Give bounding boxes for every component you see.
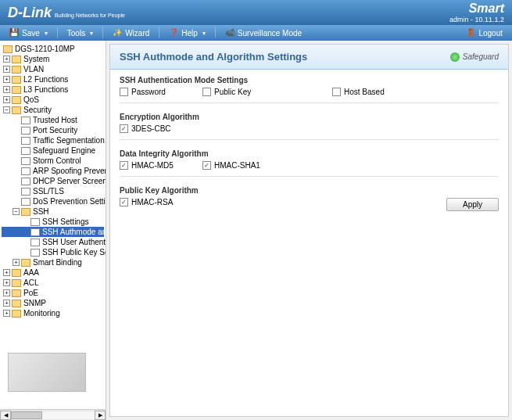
hmac-md5-checkbox[interactable] <box>120 161 128 170</box>
expand-icon[interactable]: + <box>13 259 20 266</box>
tree-aaa[interactable]: +AAA <box>2 267 104 278</box>
des-cbc-checkbox[interactable] <box>120 124 128 133</box>
tools-menu[interactable]: Tools ▾ <box>64 27 96 39</box>
host-based-checkbox[interactable] <box>332 88 341 96</box>
expand-icon[interactable]: + <box>3 289 10 296</box>
chevron-down-icon: ▾ <box>202 30 206 37</box>
scroll-right-button[interactable]: ▶ <box>95 411 106 420</box>
tree-trusted-host[interactable]: Trusted Host <box>2 115 104 125</box>
sidebar: DGS-1210-10MP +System +VLAN +L2 Function… <box>0 41 106 420</box>
safeguard-icon <box>450 52 460 62</box>
tree-safeguard-engine[interactable]: Safeguard Engine <box>2 145 104 156</box>
expand-icon[interactable]: + <box>3 96 10 103</box>
password-checkbox[interactable] <box>120 88 128 96</box>
separator <box>57 27 58 38</box>
hmac-sha1-checkbox-item: HMAC-SHA1 <box>202 161 281 170</box>
folder-icon <box>12 300 21 307</box>
tree-ssh-public-key[interactable]: SSH Public Key Settings <box>2 247 104 257</box>
folder-icon <box>21 259 30 267</box>
safeguard-badge: Safeguard <box>450 52 499 62</box>
surveillance-button[interactable]: 📹 Surveillance Mode <box>222 27 305 39</box>
tree-system[interactable]: +System <box>2 54 104 64</box>
integrity-section: Data Integrity Algorithm HMAC-MD5 HMAC-S… <box>120 149 499 177</box>
logo-text: D-Link <box>8 5 52 21</box>
doc-icon <box>30 239 40 246</box>
tree-port-security[interactable]: Port Security <box>2 125 104 135</box>
folder-icon <box>12 86 21 94</box>
tree-snmp[interactable]: +SNMP <box>2 298 104 308</box>
doc-icon <box>21 178 30 185</box>
hmac-md5-checkbox-item: HMAC-MD5 <box>120 161 198 170</box>
hmac-sha1-checkbox[interactable] <box>202 161 211 170</box>
doc-icon <box>30 218 40 226</box>
expand-icon[interactable]: + <box>3 300 10 307</box>
public-key-checkbox-item: Public Key <box>202 88 328 96</box>
public-key-label: Public Key <box>214 88 251 96</box>
apply-button[interactable]: Apply <box>446 198 499 211</box>
save-menu[interactable]: 💾 Save ▾ <box>6 27 51 39</box>
expand-icon[interactable]: + <box>3 56 10 63</box>
doc-icon <box>21 198 30 206</box>
toolbar: 💾 Save ▾ Tools ▾ ✨ Wizard ❓ Help ▾ 📹 Sur… <box>0 25 512 41</box>
tree-dhcp-screen[interactable]: DHCP Server Screening <box>2 176 104 186</box>
des-cbc-label: 3DES-CBC <box>131 124 171 133</box>
tree-poe[interactable]: +PoE <box>2 288 104 298</box>
chevron-down-icon: ▾ <box>45 30 48 37</box>
folder-icon <box>12 289 21 297</box>
collapse-icon[interactable]: − <box>13 208 20 215</box>
doc-icon <box>21 127 30 135</box>
tree-ssh-authmode[interactable]: SSH Authmode and Algorithm <box>2 227 104 237</box>
tree-storm-control[interactable]: Storm Control <box>2 156 104 166</box>
tree-acl[interactable]: +ACL <box>2 278 104 288</box>
expand-icon[interactable]: + <box>3 310 10 317</box>
auth-mode-title: SSH Authentication Mode Settings <box>120 76 499 84</box>
tree-smart-binding[interactable]: +Smart Binding <box>2 257 104 267</box>
separator <box>159 27 159 38</box>
horizontal-scrollbar[interactable]: ◀ ▶ <box>0 409 106 420</box>
pubkey-title: Public Key Algorithm <box>120 186 499 195</box>
expand-icon[interactable]: + <box>3 66 10 73</box>
tree-qos[interactable]: +QoS <box>2 95 104 105</box>
collapse-icon[interactable]: − <box>3 106 10 113</box>
host-based-checkbox-item: Host Based <box>332 88 410 96</box>
auth-mode-section: SSH Authentication Mode Settings Passwor… <box>120 76 499 103</box>
tree-vlan[interactable]: +VLAN <box>2 64 104 74</box>
wizard-button[interactable]: ✨ Wizard <box>109 27 152 39</box>
expand-icon[interactable]: + <box>3 86 10 93</box>
tree-arp-spoof[interactable]: ARP Spoofing Prevention <box>2 166 104 176</box>
tree-dos-prev[interactable]: DoS Prevention Settings <box>2 196 104 206</box>
tree-l2[interactable]: +L2 Functions <box>2 74 104 84</box>
scroll-track[interactable] <box>11 411 95 419</box>
hmac-rsa-checkbox-item: HMAC-RSA <box>120 198 198 206</box>
folder-icon <box>12 66 21 74</box>
logo: D-Link Building Networks for People <box>8 5 125 21</box>
tree-l3[interactable]: +L3 Functions <box>2 84 104 95</box>
doc-icon <box>21 117 30 124</box>
scroll-thumb[interactable] <box>11 411 42 419</box>
save-icon: 💾 <box>9 28 19 38</box>
panel-header: SSH Authmode and Algorithm Settings Safe… <box>110 45 508 70</box>
folder-icon <box>3 45 13 53</box>
public-key-checkbox[interactable] <box>202 88 211 96</box>
host-based-label: Host Based <box>344 88 385 96</box>
tree-ssh[interactable]: −SSH <box>2 206 104 217</box>
doc-icon <box>21 157 30 165</box>
scroll-left-button[interactable]: ◀ <box>0 411 11 420</box>
expand-icon[interactable]: + <box>3 269 10 276</box>
hmac-rsa-checkbox[interactable] <box>120 198 128 206</box>
doc-icon <box>21 167 30 175</box>
tree-ssl-tls[interactable]: SSL/TLS <box>2 186 104 196</box>
expand-icon[interactable]: + <box>3 76 10 83</box>
surveillance-icon: 📹 <box>225 28 235 38</box>
tree-traffic-seg[interactable]: Traffic Segmentation <box>2 135 104 145</box>
tree-ssh-settings[interactable]: SSH Settings <box>2 217 104 227</box>
expand-icon[interactable]: + <box>3 279 10 286</box>
main: DGS-1210-10MP +System +VLAN +L2 Function… <box>0 41 512 420</box>
tree-security[interactable]: −Security <box>2 105 104 115</box>
tree-ssh-user-auth[interactable]: SSH User Authentication Lists <box>2 237 104 247</box>
tree-monitoring[interactable]: +Monitoring <box>2 308 104 318</box>
help-menu[interactable]: ❓ Help ▾ <box>166 27 209 39</box>
logout-button[interactable]: 🚪 Logout <box>463 27 506 39</box>
folder-icon <box>12 56 21 63</box>
tree-root[interactable]: DGS-1210-10MP <box>2 44 104 54</box>
